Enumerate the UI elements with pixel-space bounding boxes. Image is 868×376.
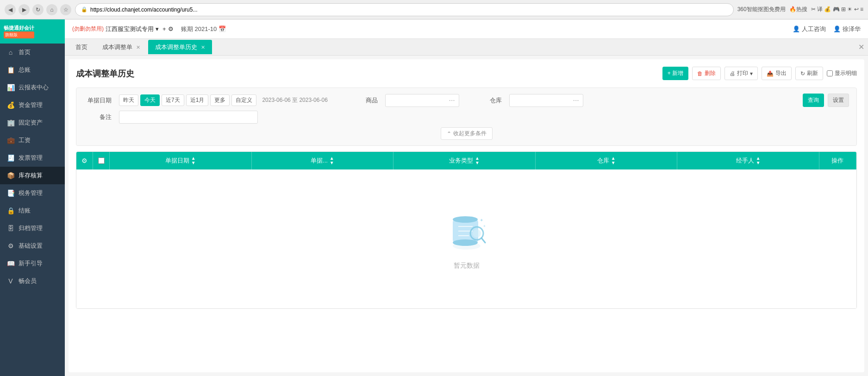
sidebar-item-home[interactable]: ⌂ 首页 [0, 44, 65, 61]
delete-label: 删除 [705, 69, 716, 77]
search-button[interactable]: 查询 [803, 94, 824, 107]
sidebar-item-payroll[interactable]: 💼 工资 [0, 132, 65, 149]
browser-chrome: ◀ ▶ ↻ ⌂ ☆ 🔒 https://cloud.chanjet.com/ac… [0, 0, 868, 19]
period-value: 2021-10 [195, 25, 217, 32]
select-all-checkbox[interactable] [98, 157, 105, 164]
show-columns-input[interactable] [827, 70, 833, 76]
star-button[interactable]: ☆ [60, 4, 71, 15]
sidebar-nav: ⌂ 首页 📋 总账 📊 云报表中心 💰 资金管理 🏢 固定资产 💼 工资 [0, 44, 65, 376]
collapse-label: 收起更多条件 [453, 130, 487, 138]
ledger-icon: 📋 [6, 66, 15, 74]
export-button[interactable]: 📤 导出 [762, 67, 792, 80]
empty-state: ✦ ✦ 暂元数据 [434, 180, 499, 298]
tab-home[interactable]: 首页 [69, 40, 94, 54]
show-columns-checkbox[interactable]: 显示明细 [827, 69, 857, 77]
th-checkbox[interactable] [93, 152, 110, 169]
delete-button[interactable]: 🗑 删除 [692, 67, 721, 80]
sidebar-item-settings[interactable]: ⚙ 基础设置 [0, 237, 65, 255]
th-date[interactable]: 单据日期 ▲▼ [110, 152, 252, 169]
sidebar-item-ledger[interactable]: 📋 总账 [0, 61, 65, 79]
sidebar-item-guide[interactable]: 📖 新手引导 [0, 255, 65, 272]
top-bar: (勿删勿禁用) 江西服宝测试专用 ▾ + ⚙ 账期 2021-10 📅 👤 人工… [65, 19, 868, 39]
table-header: ⚙ 单据日期 ▲▼ 单据... ▲▼ 业务类型 ▲▼ [76, 152, 856, 169]
refresh-button[interactable]: ↻ 刷新 [795, 67, 823, 80]
sidebar-label-payroll: 工资 [19, 136, 31, 144]
service-button[interactable]: 👤 人工咨询 [793, 25, 826, 33]
sidebar-item-archive[interactable]: 🗄 归档管理 [0, 219, 65, 237]
sidebar-item-close[interactable]: 🔒 结账 [0, 202, 65, 219]
date-btn-yesterday[interactable]: 昨天 [119, 94, 138, 106]
company-settings-icon[interactable]: ⚙ [168, 25, 174, 32]
back-button[interactable]: ◀ [5, 4, 16, 15]
sidebar-logo: 畅捷通好会计 旗舰版 [0, 19, 65, 44]
inventory-icon: 📦 [6, 172, 15, 179]
sidebar-item-fixed-assets[interactable]: 🏢 固定资产 [0, 114, 65, 132]
th-settings[interactable]: ⚙ [76, 152, 93, 169]
warehouse-select[interactable]: ··· [509, 94, 583, 107]
sidebar: 畅捷通好会计 旗舰版 ⌂ 首页 📋 总账 📊 云报表中心 💰 资金管理 � [0, 19, 65, 376]
export-icon: 📤 [767, 70, 774, 77]
sidebar-label-vip: 畅会员 [19, 277, 37, 285]
tab-close-all[interactable]: ✕ [858, 43, 864, 51]
goods-select[interactable]: ··· [385, 94, 459, 107]
th-warehouse[interactable]: 仓库 ▲▼ [536, 152, 678, 169]
company-dropdown-icon: ▾ [156, 25, 159, 32]
th-operator[interactable]: 经手人 ▲▼ [677, 152, 819, 169]
top-bar-left: (勿删勿禁用) 江西服宝测试专用 ▾ + ⚙ 账期 2021-10 📅 [72, 25, 226, 33]
goods-filter-label: 商品 [350, 96, 378, 105]
date-filter-label: 单据日期 [84, 96, 112, 105]
calendar-icon[interactable]: 📅 [219, 25, 226, 32]
url-text: https://cloud.chanjet.com/accounting/uru… [90, 6, 197, 13]
empty-illustration: ✦ ✦ [443, 208, 490, 254]
tab-cost-adjust-close[interactable]: ✕ [136, 44, 140, 50]
fixed-assets-icon: 🏢 [6, 119, 15, 126]
filter-date-buttons: 昨天 今天 近7天 近1月 更多 自定义 2023-06-06 至 2023-0… [119, 94, 328, 106]
user-profile[interactable]: 👤 徐泽华 [833, 25, 861, 33]
svg-point-8 [473, 229, 481, 238]
tab-cost-adjust[interactable]: 成本调整单 ✕ [95, 40, 147, 54]
date-btn-1month[interactable]: 近1月 [186, 94, 209, 106]
new-button[interactable]: + 新增 [662, 67, 688, 80]
tab-cost-history[interactable]: 成本调整单历史 ✕ [148, 40, 212, 54]
th-number[interactable]: 单据... ▲▼ [252, 152, 394, 169]
date-range-display: 2023-06-06 至 2023-06-06 [262, 96, 327, 104]
sidebar-item-tax[interactable]: 📑 税务管理 [0, 184, 65, 202]
sidebar-item-inventory[interactable]: 📦 库存核算 [0, 167, 65, 184]
delete-icon: 🗑 [697, 70, 703, 77]
company-selector[interactable]: (勿删勿禁用) 江西服宝测试专用 ▾ + ⚙ [72, 25, 174, 33]
filter-row-date: 单据日期 昨天 今天 近7天 近1月 更多 自定义 2023-06-06 至 2… [84, 94, 849, 107]
collapse-filter-button[interactable]: ⌃ 收起更多条件 [441, 127, 493, 140]
sidebar-item-funds[interactable]: 💰 资金管理 [0, 96, 65, 114]
address-bar[interactable]: 🔒 https://cloud.chanjet.com/accounting/u… [75, 3, 734, 16]
date-btn-custom[interactable]: 自定义 [231, 94, 256, 106]
logo-badge: 旗舰版 [4, 31, 34, 38]
refresh-button[interactable]: ↻ [32, 4, 44, 15]
svg-text:✦: ✦ [480, 218, 483, 223]
home-icon: ⌂ [6, 49, 15, 56]
home-button[interactable]: ⌂ [46, 4, 57, 15]
page-content: 成本调整单历史 + 新增 🗑 删除 🖨 打印 ▾ 📤 导出 [69, 59, 864, 372]
tab-bar: 首页 成本调整单 ✕ 成本调整单历史 ✕ ✕ [65, 39, 868, 56]
note-input[interactable] [119, 111, 258, 124]
date-btn-more[interactable]: 更多 [210, 94, 230, 106]
sidebar-item-vip[interactable]: V 畅会员 [0, 272, 65, 290]
th-operator-label: 经手人 [736, 157, 754, 165]
sidebar-label-fixed-assets: 固定资产 [19, 119, 43, 127]
date-btn-7days[interactable]: 近7天 [162, 94, 184, 106]
th-type[interactable]: 业务类型 ▲▼ [393, 152, 536, 169]
print-button[interactable]: 🖨 打印 ▾ [724, 67, 758, 80]
date-btn-today[interactable]: 今天 [140, 94, 160, 106]
sidebar-item-invoices[interactable]: 🧾 发票管理 [0, 149, 65, 167]
tax-icon: 📑 [6, 189, 15, 197]
add-company-icon[interactable]: + [162, 25, 166, 32]
page-header: 成本调整单历史 + 新增 🗑 删除 🖨 打印 ▾ 📤 导出 [76, 67, 857, 80]
settings-filter-button[interactable]: 设置 [828, 94, 849, 107]
browser-tools: 360智能抠图免费用 🔥热搜 ✂ 译 💰 🎮 ⊞ ☀ ↩ ≡ [737, 6, 863, 13]
sidebar-item-reports[interactable]: 📊 云报表中心 [0, 79, 65, 96]
service-label: 人工咨询 [802, 25, 826, 33]
period-info: 账期 2021-10 📅 [181, 25, 226, 33]
forward-button[interactable]: ▶ [19, 4, 30, 15]
tab-cost-history-close[interactable]: ✕ [201, 44, 205, 50]
service-icon: 👤 [793, 25, 800, 32]
sidebar-label-guide: 新手引导 [19, 259, 43, 268]
